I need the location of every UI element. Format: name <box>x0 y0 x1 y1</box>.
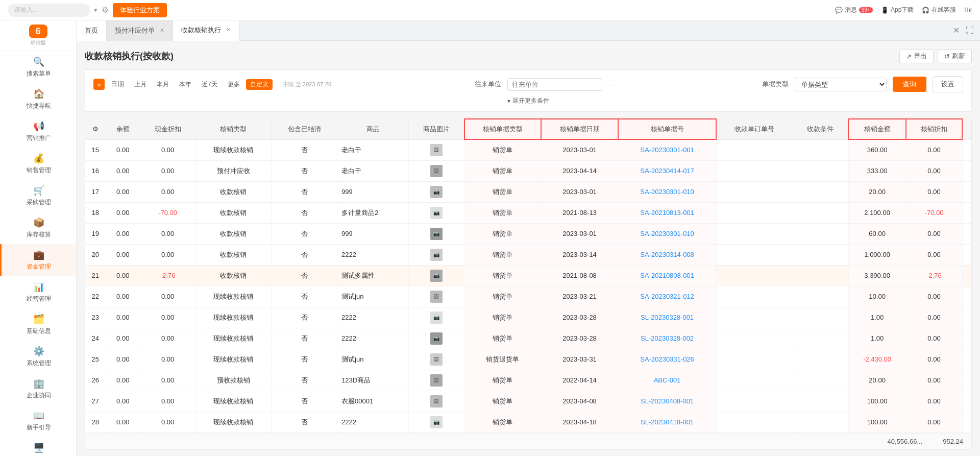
cell-verify-discount: 0.00 <box>906 223 962 244</box>
col-collection-condition: 收款条件 <box>793 119 848 139</box>
top-search-area[interactable]: 请输入... <box>8 4 90 17</box>
dropdown-icon[interactable]: ▾ <box>94 6 97 14</box>
sidebar-item-purchase[interactable]: 🛒 采购管理 <box>0 180 76 212</box>
tab-collection[interactable]: 收款核销执行 ✕ <box>173 20 239 41</box>
cell-bill-no[interactable]: SA-20230321-012 <box>618 286 716 307</box>
bill-no-link[interactable]: SA-20230321-012 <box>640 293 694 300</box>
cell-collection-condition <box>793 370 848 391</box>
bill-no-link[interactable]: SA-20210808-001 <box>640 272 694 279</box>
cell-bill-no[interactable]: SL-20230328-001 <box>618 307 716 328</box>
basic-icon: 🗂️ <box>33 314 44 325</box>
cell-bill-type: 销货单 <box>464 286 542 307</box>
cell-balance: 0.00 <box>106 181 140 202</box>
date-btn-this-month[interactable]: 本月 <box>153 79 173 90</box>
expand-more-button[interactable]: ▾ 展开更多条件 <box>507 97 549 105</box>
tab-close-button[interactable]: ✕ <box>951 23 962 37</box>
table-body: 15 0.00 0.00 现续收款核销 否 老白干 🖼 销货单 2023-03-… <box>85 139 971 433</box>
tab-expand-button[interactable]: ⛶ <box>964 24 976 37</box>
dots-icon[interactable]: ··· <box>608 81 619 88</box>
query-button[interactable]: 查询 <box>893 77 926 92</box>
cell-bill-no[interactable]: ABC-001 <box>618 370 716 391</box>
bill-no-link[interactable]: SA-20230331-026 <box>640 355 694 363</box>
cell-collection-order <box>716 160 793 181</box>
cell-collection-order <box>716 139 793 160</box>
tab-prepay-close[interactable]: ✕ <box>160 27 164 34</box>
bill-no-link[interactable]: ABC-001 <box>654 376 681 384</box>
cell-bill-no[interactable]: SA-20230414-017 <box>618 160 716 181</box>
industry-plan-button[interactable]: 体验行业方案 <box>113 3 167 17</box>
cell-bill-no[interactable]: SA-20230331-026 <box>618 349 716 370</box>
bill-no-link[interactable]: SA-20230301-010 <box>640 188 694 196</box>
sidebar-item-inventory[interactable]: 📦 库存核算 <box>0 212 76 244</box>
cell-bill-no[interactable]: SA-20230301-010 <box>618 181 716 202</box>
bill-type-select[interactable]: 单据类型 <box>795 78 887 91</box>
cell-bill-type: 销货单 <box>464 223 542 244</box>
cell-bill-no[interactable]: SA-20210808-001 <box>618 265 716 286</box>
cell-product: 测试多属性 <box>337 265 409 286</box>
sidebar-item-hardware[interactable]: 🖥️ 智能硬件 <box>0 437 76 456</box>
tab-home[interactable]: 首页 <box>77 20 107 41</box>
sidebar-item-search[interactable]: 🔍 搜索菜单 <box>0 51 76 83</box>
sidebar-item-corp[interactable]: 🏢 企业协同 <box>0 373 76 405</box>
message-area[interactable]: 💬 消息 99+ <box>835 6 873 14</box>
cell-bill-no[interactable]: SL-20230408-001 <box>618 391 716 412</box>
col-verify-amount: 核销金额 <box>848 119 906 139</box>
sidebar-label-operation: 经营管理 <box>27 295 51 303</box>
cell-bill-no[interactable]: SA-20230301-010 <box>618 223 716 244</box>
cell-product: 测试jun <box>337 286 409 307</box>
sidebar-item-quick[interactable]: 🏠 快捷导航 <box>0 83 76 115</box>
cell-bill-no[interactable]: SL-20230418-001 <box>618 412 716 433</box>
cell-verify-discount: 0.00 <box>906 328 962 349</box>
sidebar-item-basic[interactable]: 🗂️ 基础信息 <box>0 308 76 341</box>
sidebar-item-marketing[interactable]: 📢 营销推广 <box>0 115 76 148</box>
cell-cash-discount: 0.00 <box>140 412 195 433</box>
sidebar-item-system[interactable]: ⚙️ 系统管理 <box>0 341 76 373</box>
bill-no-link[interactable]: SA-20230301-010 <box>640 230 694 237</box>
bill-no-link[interactable]: SL-20230418-001 <box>641 418 694 426</box>
sidebar-item-guide[interactable]: 📖 新手引导 <box>0 405 76 437</box>
settings-icon[interactable]: ⚙ <box>102 5 109 15</box>
sidebar-item-operation[interactable]: 📊 经营管理 <box>0 276 76 308</box>
bill-no-link[interactable]: SL-20230328-002 <box>641 334 694 342</box>
from-unit-input[interactable] <box>507 78 602 91</box>
user-label[interactable]: Rit <box>964 7 972 14</box>
export-button[interactable]: ↗ 导出 <box>899 49 934 63</box>
page-title: 收款核销执行(按收款) <box>85 50 174 62</box>
cell-collection-order <box>716 223 793 244</box>
cell-bill-no[interactable]: SA-20210813-001 <box>618 202 716 223</box>
bill-no-link[interactable]: SL-20230408-001 <box>641 397 694 405</box>
date-btn-more[interactable]: 更多 <box>224 79 244 90</box>
setting-button[interactable]: 设置 <box>933 76 963 92</box>
app-download-label: App下载 <box>891 6 914 14</box>
cell-bill-no[interactable]: SA-20230314-008 <box>618 244 716 265</box>
refresh-button[interactable]: ↺ 刷新 <box>938 49 972 63</box>
sidebar-item-sales[interactable]: 💰 销售管理 <box>0 148 76 180</box>
bill-no-link[interactable]: SA-20230414-017 <box>640 167 694 175</box>
cell-include-settled: 否 <box>272 244 337 265</box>
date-btn-custom[interactable]: 自定义 <box>246 79 273 90</box>
filter-expand-arrow[interactable]: » <box>93 79 105 90</box>
date-btn-last-month[interactable]: 上月 <box>130 79 151 90</box>
cell-collection-condition <box>793 139 848 160</box>
bill-no-link[interactable]: SL-20230328-001 <box>641 314 694 321</box>
tab-collection-close[interactable]: ✕ <box>226 27 231 33</box>
cell-scrollbar <box>962 223 971 244</box>
date-btn-this-year[interactable]: 本年 <box>175 79 195 90</box>
cell-no: 22 <box>85 286 106 307</box>
tab-prepay[interactable]: 预付冲应付单 ✕ <box>107 20 173 41</box>
bill-no-link[interactable]: SA-20210813-001 <box>640 209 694 217</box>
cell-bill-no[interactable]: SA-20230301-001 <box>618 139 716 160</box>
cell-verify-amount: 60.00 <box>848 223 906 244</box>
online-service-area[interactable]: 🎧 在线客服 <box>922 6 956 14</box>
bill-no-link[interactable]: SA-20230314-008 <box>640 251 694 258</box>
app-download-area[interactable]: 📱 App下载 <box>881 6 914 14</box>
sidebar-item-finance[interactable]: 💼 资金管理 <box>0 244 76 276</box>
bill-no-link[interactable]: SA-20230301-001 <box>640 146 694 154</box>
cell-bill-no[interactable]: SL-20230328-002 <box>618 328 716 349</box>
sidebar-label-system: 系统管理 <box>27 359 51 368</box>
cell-bill-date: 2023-04-08 <box>541 391 618 412</box>
date-btn-7days[interactable]: 近7天 <box>198 79 222 90</box>
cell-no: 24 <box>85 328 106 349</box>
cell-verify-amount: 100.00 <box>848 391 906 412</box>
cell-product-img: 📷 <box>409 181 464 202</box>
